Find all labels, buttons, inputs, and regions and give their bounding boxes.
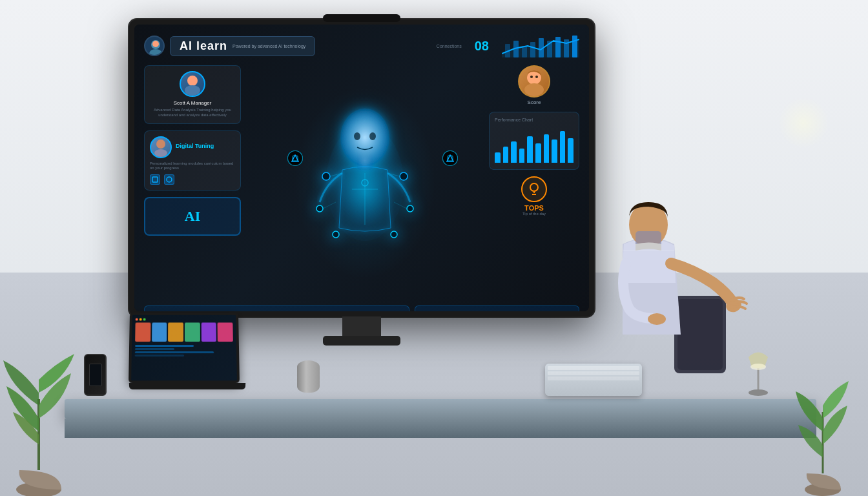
stat-connections-label: Connections <box>437 44 462 48</box>
svg-marker-40 <box>292 155 298 161</box>
svg-point-15 <box>185 85 200 96</box>
profile-card-1: Scott A Manager Advanced Data Analysis T… <box>144 65 241 124</box>
phone <box>84 354 107 396</box>
panel-icon-1 <box>150 174 160 185</box>
svg-point-30 <box>316 205 323 212</box>
ai-learn-title: AI learn <box>180 39 227 53</box>
screen-bottom-panel: Centres Boost your requirements, Providi… <box>144 305 579 311</box>
bar-1 <box>495 152 501 163</box>
screen-right-panel: Score Performance Chart <box>489 65 579 300</box>
stat-number-box: 08 <box>475 39 489 54</box>
svg-point-23 <box>354 132 360 140</box>
right-avatar <box>518 65 550 98</box>
profile-avatar-1 <box>180 71 205 97</box>
tip-container: TOPS Tip of the day <box>489 176 579 216</box>
conn-dot-3 <box>287 150 303 166</box>
svg-point-58 <box>749 389 768 396</box>
bar-3 <box>511 141 517 163</box>
bar-7 <box>544 134 550 163</box>
bar-2 <box>503 147 509 163</box>
svg-point-14 <box>187 76 198 86</box>
stat-number-value: 08 <box>475 39 489 54</box>
ai-interface: AI learn Powered by advanced AI technolo… <box>134 25 589 311</box>
right-avatar-container: Score <box>489 65 579 105</box>
ai-label: AI <box>185 208 200 225</box>
bar-8 <box>552 140 557 163</box>
profile-avatar-top <box>144 36 165 56</box>
ai-learn-badge: AI learn Powered by advanced AI technolo… <box>170 36 315 56</box>
svg-point-19 <box>167 177 172 182</box>
svg-rect-52 <box>677 299 723 370</box>
bar-4 <box>519 149 525 163</box>
ai-box: AI <box>144 197 241 236</box>
monitor-screen: AI learn Powered by advanced AI technolo… <box>134 25 589 311</box>
screen-topbar: AI learn Powered by advanced AI technolo… <box>144 34 579 57</box>
bottom-card-1: Centres Boost your requirements, Providi… <box>144 305 409 311</box>
bottom-card-1-title: Centres <box>151 310 402 311</box>
svg-point-22 <box>340 108 389 167</box>
monitor-base <box>323 336 400 346</box>
laptop-base <box>129 383 245 389</box>
svg-point-24 <box>369 132 376 140</box>
ambient-light <box>778 97 829 149</box>
ai-figure <box>307 99 423 267</box>
svg-point-4 <box>152 41 159 47</box>
bar-5 <box>527 136 533 163</box>
laptop-screen-content <box>131 315 237 381</box>
conn-dot-6 <box>442 150 458 166</box>
progress-label: Progress <box>422 310 572 311</box>
svg-rect-18 <box>152 177 158 182</box>
tip-icon <box>521 176 547 202</box>
monitor-stand <box>342 316 381 336</box>
stat-connections: Connections <box>437 44 462 48</box>
svg-rect-8 <box>530 42 535 57</box>
svg-point-45 <box>524 83 544 96</box>
performance-chart: Performance Chart <box>489 112 579 170</box>
digital-label: Digital Tuning <box>176 143 214 149</box>
bar-6 <box>535 143 541 163</box>
svg-point-17 <box>154 149 167 157</box>
plant-right <box>790 335 855 496</box>
digital-desc: Personalized learning modules curriculum… <box>150 161 235 172</box>
svg-point-48 <box>530 183 538 191</box>
svg-rect-7 <box>522 46 527 57</box>
webcam-bar <box>323 14 400 22</box>
center-panel <box>247 65 482 300</box>
tip-label: Tip of the day <box>489 212 579 216</box>
tip-value: TOPS <box>489 204 579 212</box>
bar-10 <box>568 138 574 163</box>
svg-marker-43 <box>447 155 453 161</box>
svg-point-33 <box>391 231 397 238</box>
svg-rect-12 <box>564 39 569 57</box>
svg-rect-11 <box>555 37 561 57</box>
svg-rect-9 <box>539 38 544 57</box>
svg-point-3 <box>149 49 162 56</box>
top-chart-mini <box>502 34 579 57</box>
large-monitor: AI learn Powered by advanced AI technolo… <box>129 19 594 316</box>
profile-desc-1: Advanced Data Analysis Training helping … <box>150 108 235 118</box>
svg-rect-5 <box>505 44 510 57</box>
chart-label: Performance Chart <box>495 118 574 122</box>
screen-main: Scott A Manager Advanced Data Analysis T… <box>144 65 579 300</box>
desk-cylinder <box>297 360 320 393</box>
laptop-nav <box>136 318 233 321</box>
svg-point-28 <box>322 172 330 180</box>
laptop-colorbar <box>135 322 233 342</box>
svg-point-60 <box>750 364 766 370</box>
svg-point-31 <box>407 205 413 212</box>
svg-point-47 <box>535 76 538 78</box>
top-stats: Connections 08 <box>437 34 579 57</box>
bar-9 <box>560 131 566 163</box>
person <box>571 167 752 412</box>
profile-card-2: Digital Tuning Personalized learning mod… <box>144 130 241 191</box>
screen-left-panel: Scott A Manager Advanced Data Analysis T… <box>144 65 241 300</box>
svg-point-29 <box>400 172 408 180</box>
right-avatar-label: Score <box>489 99 579 105</box>
svg-point-32 <box>333 231 339 238</box>
desk-lamp <box>745 331 771 396</box>
svg-point-16 <box>156 140 165 149</box>
svg-rect-6 <box>513 41 519 57</box>
monitor-frame: AI learn Powered by advanced AI technolo… <box>129 19 594 316</box>
svg-rect-10 <box>547 41 552 57</box>
ai-learn-sub: Powered by advanced AI technology <box>232 44 305 48</box>
